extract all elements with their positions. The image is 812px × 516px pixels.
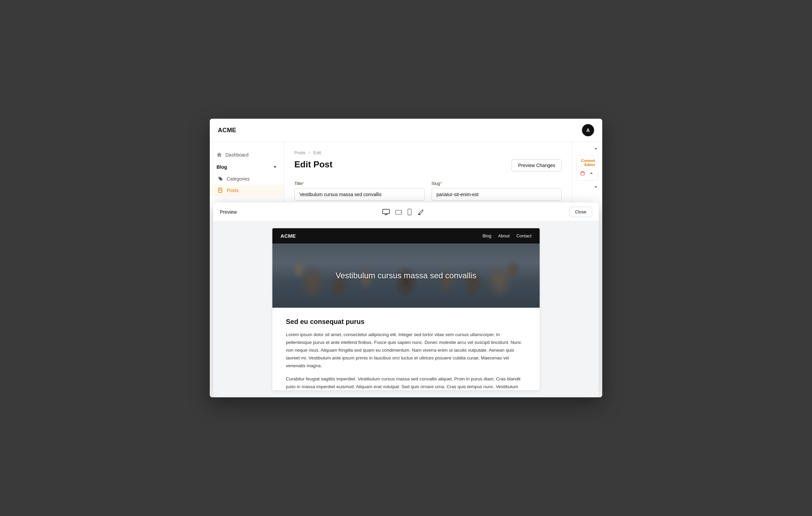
svg-rect-4 (581, 172, 584, 175)
desktop-icon (382, 209, 390, 215)
blog-hero: Vestibulum cursus massa sed convallis (272, 243, 540, 308)
svg-rect-1 (219, 189, 220, 189)
blog-body: Sed eu consequat purus Lorem ipsum dolor… (272, 308, 540, 390)
breadcrumb-separator: > (308, 150, 311, 155)
style-view-button[interactable] (417, 209, 424, 215)
blog-paragraph-2: Curabitur feugiat sagittis imperdiet. Ve… (286, 375, 526, 390)
sidebar-item-categories[interactable]: Categories (210, 173, 284, 185)
blog-logo: ACME (280, 233, 296, 239)
chevron-up-icon (273, 165, 277, 169)
blog-nav: ACME Blog About Contact (272, 228, 540, 243)
preview-changes-button[interactable]: Preview Changes (512, 159, 562, 171)
mobile-icon (407, 209, 412, 215)
desktop-view-button[interactable] (382, 209, 390, 215)
svg-rect-0 (219, 188, 222, 192)
home-icon (217, 152, 222, 158)
hero-title: Vestibulum cursus massa sed convallis (329, 271, 483, 280)
blog-post-body: Lorem ipsum dolor sit amet, consectetur … (286, 331, 526, 390)
form-row: Title* Slug* (294, 181, 562, 201)
page-title-row: Edit Post Preview Changes (294, 159, 562, 171)
slug-field: Slug* (431, 181, 562, 201)
content-editor-label: Content Editor (579, 159, 595, 167)
breadcrumb: Posts > Edit (294, 150, 562, 155)
tablet-landscape-view-button[interactable] (395, 209, 402, 215)
panel-action-buttons (579, 169, 595, 177)
svg-rect-3 (219, 190, 221, 191)
blog-nav-link-contact[interactable]: Contact (516, 233, 532, 238)
user-avatar[interactable]: A (582, 124, 594, 136)
preview-panel: Preview (213, 203, 599, 397)
paint-icon (417, 209, 424, 215)
preview-content-area: ACME Blog About Contact Vestibulum cursu… (213, 221, 599, 397)
sidebar-section-blog[interactable]: Blog (210, 161, 284, 173)
breadcrumb-parent[interactable]: Posts (294, 150, 306, 155)
title-field: Title* (294, 181, 425, 201)
page-title: Edit Post (294, 159, 333, 170)
mobile-view-button[interactable] (407, 209, 412, 215)
close-preview-button[interactable]: Close (569, 207, 592, 217)
blog-nav-link-about[interactable]: About (498, 233, 510, 238)
title-input[interactable] (294, 188, 425, 201)
sidebar-item-posts[interactable]: Posts (210, 185, 284, 196)
content-editor-panel: Content Editor (576, 155, 598, 181)
tablet-landscape-icon (395, 209, 402, 215)
trash-icon (580, 171, 585, 175)
blog-nav-link-blog[interactable]: Blog (482, 233, 491, 238)
preview-toolbar: Preview (213, 203, 599, 221)
slug-label: Slug* (431, 181, 562, 186)
title-label: Title* (294, 181, 425, 186)
document-icon (218, 188, 223, 193)
sidebar-item-dashboard[interactable]: Dashboard (210, 149, 284, 161)
breadcrumb-current: Edit (313, 150, 321, 155)
preview-device-icons (382, 209, 424, 215)
svg-point-12 (409, 214, 410, 214)
tag-icon (218, 176, 223, 182)
slug-input[interactable] (431, 188, 562, 201)
chevron-up-icon (589, 171, 594, 175)
blog-preview: ACME Blog About Contact Vestibulum cursu… (272, 228, 540, 390)
preview-label: Preview (220, 209, 237, 215)
panel-collapse-top[interactable] (576, 146, 598, 151)
delete-button[interactable] (579, 169, 586, 177)
panel-collapse-bottom[interactable] (576, 185, 598, 189)
blog-nav-links: Blog About Contact (482, 233, 532, 238)
blog-paragraph-1: Lorem ipsum dolor sit amet, consectetur … (286, 331, 526, 370)
cms-window: ACME A Dashboard Blog Categori (210, 119, 602, 397)
svg-rect-6 (383, 209, 389, 214)
move-up-button[interactable] (588, 169, 595, 177)
svg-rect-2 (219, 190, 221, 190)
svg-point-10 (401, 212, 401, 213)
chevron-up-icon (593, 146, 598, 151)
blog-post-heading: Sed eu consequat purus (286, 318, 526, 326)
cms-logo: ACME (218, 127, 236, 134)
cms-header: ACME A (210, 119, 602, 142)
chevron-down-icon (593, 185, 598, 189)
